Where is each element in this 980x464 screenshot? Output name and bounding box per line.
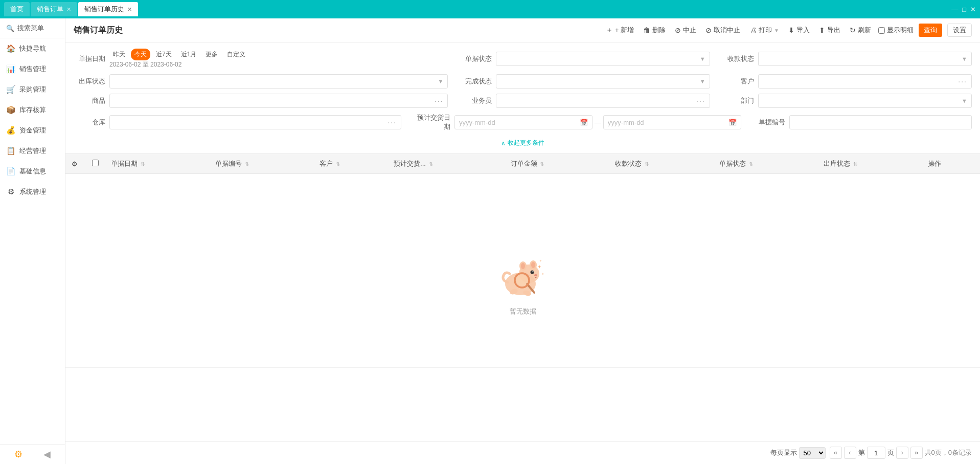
col-bill-status-sort[interactable]: ⇅ — [749, 161, 753, 167]
print-button[interactable]: 🖨 打印 ▼ — [747, 25, 781, 36]
sidebar-item-basic-info[interactable]: 📄 基础信息 — [0, 161, 65, 182]
system-icon: ⚙ — [6, 187, 15, 196]
filter-department-label: 部门 — [722, 96, 758, 105]
delete-icon: 🗑 — [643, 26, 650, 34]
tab-sales-order-close[interactable]: ✕ — [66, 6, 71, 13]
last-page-button[interactable]: » — [910, 447, 923, 459]
top-tabs: 首页 销售订单 ✕ 销售订单历史 ✕ — [4, 2, 138, 16]
date-tab-more[interactable]: 更多 — [202, 49, 221, 60]
filter-customer-label: 客户 — [722, 77, 758, 86]
page-title: 销售订单历史 — [74, 25, 123, 41]
filter-bill-status-select[interactable]: ▼ — [496, 52, 710, 66]
col-customer-sort[interactable]: ⇅ — [336, 161, 340, 167]
filter-payment-status-select[interactable]: ▼ — [758, 52, 972, 66]
date-tab-custom[interactable]: 自定义 — [223, 49, 249, 60]
tab-home[interactable]: 首页 — [4, 2, 30, 16]
import-button-label: 导入 — [796, 26, 810, 35]
first-page-button[interactable]: « — [830, 447, 842, 459]
import-button[interactable]: ⬇ 导入 — [786, 25, 812, 36]
tab-sales-order-history[interactable]: 销售订单历史 ✕ — [78, 2, 138, 16]
page-label: 第 — [858, 448, 865, 457]
settings-button-label: 设置 — [953, 26, 966, 35]
collapse-label: 收起更多条件 — [508, 139, 544, 147]
sidebar-settings-icon[interactable]: ⚙ — [14, 449, 22, 460]
sidebar-item-home[interactable]: 🏠 快捷导航 — [0, 38, 65, 59]
filter-warehouse-status-label: 出库状态 — [74, 77, 109, 86]
sidebar-search[interactable]: 🔍 搜索菜单 — [0, 18, 65, 38]
col-customer-label: 客户 — [320, 160, 333, 167]
query-button[interactable]: 查询 — [919, 24, 942, 37]
collapse-row[interactable]: ∧ 收起更多条件 — [74, 137, 972, 147]
sidebar-collapse-icon[interactable]: ◀ — [43, 449, 51, 460]
settings-button[interactable]: 设置 — [947, 24, 972, 37]
delete-button[interactable]: 🗑 删除 — [641, 25, 668, 36]
content-header: 销售订单历史 ＋ + 新增 🗑 删除 ⊘ 中止 ⊘ 取消中止 — [65, 18, 980, 42]
tab-sales-order[interactable]: 销售订单 ✕ — [31, 2, 77, 16]
inventory-icon: 📦 — [6, 105, 15, 115]
filter-salesperson-input[interactable]: ··· — [496, 94, 710, 108]
new-button[interactable]: ＋ + 新增 — [604, 25, 636, 36]
sidebar-item-operations[interactable]: 📋 经营管理 — [0, 141, 65, 161]
sidebar-item-inventory-label: 库存核算 — [19, 105, 46, 115]
maximize-button[interactable]: □ — [962, 6, 966, 13]
bill-status-arrow: ▼ — [700, 56, 705, 62]
stop-button[interactable]: ⊘ 中止 — [673, 25, 698, 36]
empty-text: 暂无数据 — [510, 307, 536, 316]
filter-bill-no-input[interactable] — [789, 115, 972, 129]
filter-product-input[interactable]: ··· — [109, 94, 448, 108]
content-area: 销售订单历史 ＋ + 新增 🗑 删除 ⊘ 中止 ⊘ 取消中止 — [65, 18, 980, 464]
filter-department: 部门 ▼ — [722, 94, 972, 108]
sidebar-item-finance[interactable]: 💰 资金管理 — [0, 120, 65, 141]
prev-page-button[interactable]: ‹ — [844, 447, 856, 459]
filter-delivery-date-to[interactable]: yyyy-mm-dd 📅 — [603, 115, 741, 129]
tab-sales-order-history-close[interactable]: ✕ — [127, 6, 132, 13]
col-bill-no-sort[interactable]: ⇅ — [245, 161, 249, 167]
export-button[interactable]: ⬆ 导出 — [817, 25, 842, 36]
col-bill-status-label: 单据状态 — [719, 160, 746, 167]
page-total: 共0页，0条记录 — [925, 448, 972, 457]
col-date-sort[interactable]: ⇅ — [141, 161, 145, 167]
col-action: 操作 — [922, 154, 980, 174]
close-button[interactable]: ✕ — [970, 6, 976, 13]
col-payment-status-sort[interactable]: ⇅ — [645, 161, 649, 167]
filter-department-select[interactable]: ▼ — [758, 94, 972, 108]
filter-delivery-date-label: 预计交货日期 — [414, 113, 454, 131]
select-all-checkbox[interactable] — [92, 160, 99, 166]
filter-warehouse-input[interactable]: ··· — [109, 115, 401, 129]
next-page-button[interactable]: › — [896, 447, 908, 459]
settings-gear-icon[interactable]: ⚙ — [72, 160, 78, 168]
table-settings-col[interactable]: ⚙ — [65, 154, 86, 174]
table-check-col[interactable] — [86, 154, 105, 174]
page-input[interactable] — [867, 447, 885, 459]
page-suffix: 页 — [887, 448, 894, 457]
date-tab-today[interactable]: 今天 — [131, 49, 150, 60]
date-tab-1month[interactable]: 近1月 — [177, 49, 200, 60]
customer-dots: ··· — [958, 77, 967, 85]
show-detail-checkbox[interactable] — [878, 27, 885, 34]
minimize-button[interactable]: — — [951, 6, 958, 13]
filter-date-label: 单据日期 — [74, 54, 109, 63]
date-tab-7days[interactable]: 近7天 — [152, 49, 175, 60]
col-amount-label: 订单金额 — [511, 160, 537, 167]
sidebar-item-system[interactable]: ⚙ 系统管理 — [0, 182, 65, 202]
filter-product: 商品 ··· — [74, 94, 448, 108]
filter-warehouse-status-select[interactable]: ▼ — [109, 74, 448, 89]
filter-warehouse: 仓库 ··· — [74, 115, 401, 129]
date-tab-yesterday[interactable]: 昨天 — [109, 49, 129, 60]
filter-delivery-date-from[interactable]: yyyy-mm-dd 📅 — [454, 115, 592, 129]
show-detail-toggle[interactable]: 显示明细 — [878, 26, 914, 35]
filter-customer-input[interactable]: ··· — [758, 74, 972, 89]
svg-point-6 — [530, 271, 534, 274]
col-warehouse-status-sort[interactable]: ⇅ — [853, 161, 857, 167]
sidebar-item-sales[interactable]: 📊 销售管理 — [0, 59, 65, 79]
col-delivery-sort[interactable]: ⇅ — [429, 161, 433, 167]
product-dots: ··· — [435, 97, 444, 105]
refresh-button[interactable]: ↻ 刷新 — [848, 25, 873, 36]
filter-complete-status-label: 完成状态 — [460, 77, 496, 86]
per-page-select[interactable]: 50 10 20 100 — [799, 447, 826, 459]
sidebar-item-purchase[interactable]: 🛒 采购管理 — [0, 79, 65, 100]
cancel-stop-button[interactable]: ⊘ 取消中止 — [703, 25, 742, 36]
sidebar-item-inventory[interactable]: 📦 库存核算 — [0, 100, 65, 120]
filter-complete-status-select[interactable]: ▼ — [496, 74, 710, 89]
col-amount-sort[interactable]: ⇅ — [540, 161, 544, 167]
